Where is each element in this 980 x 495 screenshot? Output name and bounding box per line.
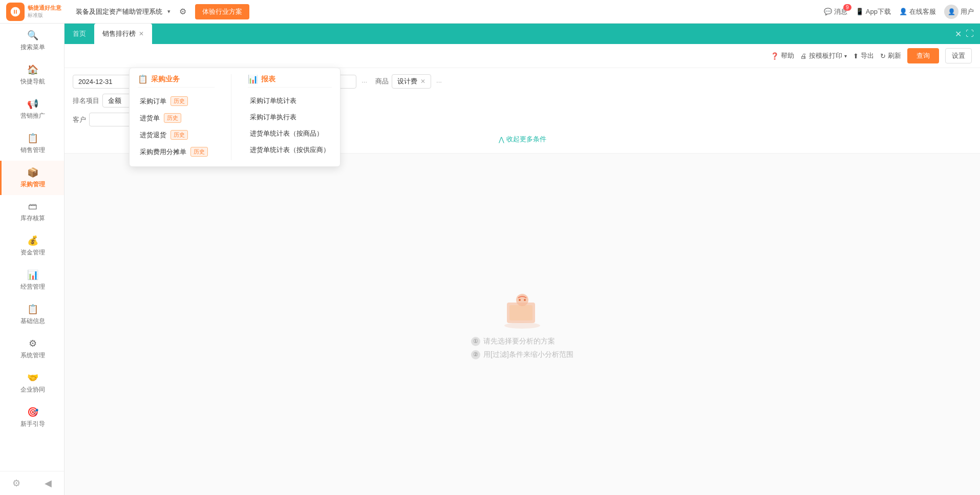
sidebar-collapse-icon[interactable]: ◀ bbox=[45, 478, 52, 489]
system-dropdown-arrow[interactable]: ▾ bbox=[167, 8, 171, 15]
settings-small-btn[interactable]: 设置 bbox=[945, 48, 972, 63]
sidebar-item-system[interactable]: ⚙ 系统管理 bbox=[0, 332, 64, 366]
print-btn[interactable]: 🖨 按模板打印 ▾ bbox=[800, 51, 847, 60]
empty-state: ① 请先选择要分析的方案 ② 用[过滤]条件来缩小分析范围 bbox=[65, 154, 980, 495]
business-header-icon: 📋 bbox=[138, 74, 148, 84]
export-btn[interactable]: ⬆ 导出 bbox=[853, 51, 874, 60]
customer-label: 客户 bbox=[73, 115, 86, 124]
svg-point-5 bbox=[524, 299, 526, 301]
sidebar-item-guide[interactable]: 🎯 新手引导 bbox=[0, 400, 64, 435]
dropdown-item-po-exec[interactable]: 采购订单执行表 bbox=[248, 109, 332, 125]
svg-point-0 bbox=[504, 322, 540, 329]
sidebar-item-quick-nav[interactable]: 🏠 快捷导航 bbox=[0, 58, 64, 92]
refresh-btn[interactable]: ↻ 刷新 bbox=[880, 51, 901, 60]
svg-rect-2 bbox=[509, 305, 532, 320]
dropdown-item-receipt-stats-goods[interactable]: 进货单统计表（按商品） bbox=[248, 125, 332, 142]
dropdown-col-reports: 📊 报表 采购订单统计表 采购订单执行表 进货单统计表（按商品） 进货单统计表（… bbox=[248, 74, 332, 160]
print-icon: 🖨 bbox=[800, 52, 807, 60]
goods-tag: 设计费 ✕ bbox=[392, 74, 431, 89]
avatar: 👤 bbox=[944, 5, 958, 19]
purchase-icon: 📦 bbox=[27, 167, 38, 178]
tab-bar: 首页 销售排行榜 ✕ ✕ ⛶ bbox=[65, 24, 980, 44]
sidebar-item-operations[interactable]: 📊 经营管理 bbox=[0, 263, 64, 297]
svg-point-3 bbox=[516, 294, 528, 306]
sidebar-item-basic-info[interactable]: 📋 基础信息 bbox=[0, 297, 64, 332]
svg-point-4 bbox=[519, 299, 521, 301]
purchase-dropdown-menu: 📋 采购业务 采购订单 历史 进货单 历史 进货退货 历史 bbox=[129, 68, 340, 167]
inventory-icon: 🗃 bbox=[28, 201, 37, 212]
print-dropdown-icon: ▾ bbox=[844, 53, 847, 59]
doc-status-more[interactable]: ··· bbox=[361, 78, 367, 85]
logo-area: 畅捷通好生意 标准版 bbox=[6, 3, 71, 21]
sidebar: 🔍 搜索菜单 🏠 快捷导航 📢 营销推广 📋 销售管理 📦 采购管理 🗃 bbox=[0, 24, 65, 495]
settings-icon[interactable]: ⚙ bbox=[176, 5, 190, 19]
sidebar-item-sales[interactable]: 📋 销售管理 bbox=[0, 126, 64, 161]
dropdown-item-purchase-expense[interactable]: 采购费用分摊单 历史 bbox=[138, 143, 215, 160]
basic-info-icon: 📋 bbox=[27, 304, 38, 315]
logo-text: 畅捷通好生意 标准版 bbox=[28, 4, 61, 19]
user-btn[interactable]: 👤 用户 bbox=[944, 5, 974, 19]
sidebar-item-marketing[interactable]: 📢 营销推广 bbox=[0, 92, 64, 126]
goods-tag-close[interactable]: ✕ bbox=[420, 78, 425, 85]
tab-close-btn[interactable]: ✕ bbox=[139, 30, 144, 37]
goods-label: 商品 bbox=[375, 77, 389, 86]
toolbar-actions: ❓ 帮助 🖨 按模板打印 ▾ ⬆ 导出 ↻ 刷新 bbox=[771, 48, 972, 63]
empty-step1: ① 请先选择要分析的方案 bbox=[471, 337, 555, 346]
query-btn[interactable]: 查询 bbox=[907, 48, 939, 63]
message-btn[interactable]: 💬 消息 9 bbox=[824, 7, 847, 16]
goods-receipt-history-badge[interactable]: 历史 bbox=[164, 113, 181, 123]
goods-return-history-badge[interactable]: 历史 bbox=[171, 130, 188, 140]
online-service-btn[interactable]: 👤 在线客服 bbox=[899, 7, 936, 16]
system-title: 装备及固定资产辅助管理系统 bbox=[76, 7, 162, 16]
step1-num: ① bbox=[471, 337, 480, 346]
logo-icon bbox=[6, 3, 25, 21]
purchase-expense-history-badge[interactable]: 历史 bbox=[190, 147, 208, 157]
sidebar-settings-icon[interactable]: ⚙ bbox=[12, 478, 20, 489]
tab-home[interactable]: 首页 bbox=[65, 24, 94, 44]
enterprise-icon: 🤝 bbox=[27, 372, 38, 383]
dropdown-item-receipt-stats-supplier[interactable]: 进货单统计表（按供应商） bbox=[248, 142, 332, 158]
empty-text: ① 请先选择要分析的方案 ② 用[过滤]条件来缩小分析范围 bbox=[471, 337, 573, 359]
sidebar-item-search[interactable]: 🔍 搜索菜单 bbox=[0, 24, 64, 58]
dropdown-col-business: 📋 采购业务 采购订单 历史 进货单 历史 进货退货 历史 bbox=[138, 74, 215, 160]
dropdown-reports-header: 📊 报表 bbox=[248, 74, 332, 88]
home-icon: 🏠 bbox=[27, 64, 38, 75]
help-icon: ❓ bbox=[771, 52, 779, 60]
dropdown-item-po-stats[interactable]: 采购订单统计表 bbox=[248, 93, 332, 109]
dropdown-divider bbox=[231, 74, 231, 160]
reports-header-icon: 📊 bbox=[248, 74, 258, 84]
industry-btn[interactable]: 体验行业方案 bbox=[195, 4, 249, 19]
main-area: 🔍 搜索菜单 🏠 快捷导航 📢 营销推广 📋 销售管理 📦 采购管理 🗃 bbox=[0, 24, 980, 495]
goods-filter: 商品 设计费 ✕ ··· bbox=[375, 74, 442, 89]
rank-label: 排名项目 bbox=[73, 96, 99, 105]
sidebar-item-purchase[interactable]: 📦 采购管理 bbox=[0, 161, 64, 195]
app-download-btn[interactable]: 📱 App下载 bbox=[856, 7, 891, 16]
operations-icon: 📊 bbox=[27, 269, 38, 281]
dropdown-item-goods-receipt[interactable]: 进货单 历史 bbox=[138, 110, 215, 126]
sidebar-bottom: ⚙ ◀ bbox=[0, 471, 64, 495]
marketing-icon: 📢 bbox=[27, 98, 38, 110]
help-btn[interactable]: ❓ 帮助 bbox=[771, 51, 794, 60]
tab-close-all-icon[interactable]: ✕ bbox=[955, 29, 962, 39]
dropdown-item-goods-return[interactable]: 进货退货 历史 bbox=[138, 126, 215, 143]
dropdown-item-purchase-order[interactable]: 采购订单 历史 bbox=[138, 93, 215, 110]
dropdown-business-header: 📋 采购业务 bbox=[138, 74, 215, 88]
message-badge: 9 bbox=[843, 4, 851, 11]
sidebar-item-enterprise[interactable]: 🤝 企业协同 bbox=[0, 366, 64, 400]
top-bar: 畅捷通好生意 标准版 装备及固定资产辅助管理系统 ▾ ⚙ 体验行业方案 💬 消息… bbox=[0, 0, 980, 24]
refresh-icon: ↻ bbox=[880, 52, 886, 60]
empty-step2: ② 用[过滤]条件来缩小分析范围 bbox=[471, 350, 573, 359]
collapse-icon: ⋀ bbox=[499, 136, 504, 143]
sidebar-item-inventory[interactable]: 🗃 库存核算 bbox=[0, 195, 64, 229]
sidebar-item-finance[interactable]: 💰 资金管理 bbox=[0, 229, 64, 263]
mobile-icon: 📱 bbox=[856, 8, 864, 15]
purchase-order-history-badge[interactable]: 历史 bbox=[171, 96, 188, 106]
goods-more[interactable]: ··· bbox=[436, 78, 442, 85]
content-area: 首页 销售排行榜 ✕ ✕ ⛶ ❓ 帮助 bbox=[65, 24, 980, 495]
tab-sales-rank[interactable]: 销售排行榜 ✕ bbox=[94, 24, 152, 44]
guide-icon: 🎯 bbox=[27, 406, 38, 418]
tab-expand-icon[interactable]: ⛶ bbox=[966, 29, 974, 38]
search-icon: 🔍 bbox=[27, 30, 38, 41]
app-container: 畅捷通好生意 标准版 装备及固定资产辅助管理系统 ▾ ⚙ 体验行业方案 💬 消息… bbox=[0, 0, 980, 495]
step2-num: ② bbox=[471, 350, 480, 359]
